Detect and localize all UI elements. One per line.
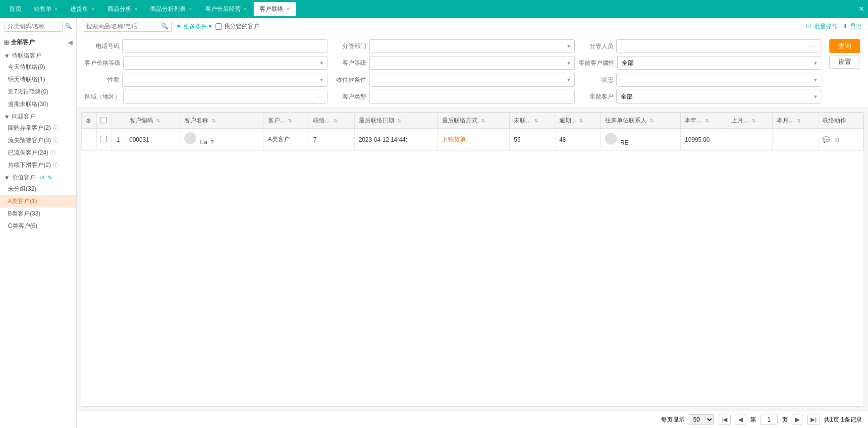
filter-retail-attr-select[interactable]: 全部 ▾ bbox=[617, 56, 821, 70]
th-last-method[interactable]: 最后联络方式 ⇅ bbox=[438, 113, 510, 129]
filter-price-level-select[interactable]: ▾ bbox=[123, 56, 327, 70]
filter-region-select[interactable]: ··· bbox=[123, 90, 327, 104]
td-action: 💬 ⊞ bbox=[818, 129, 863, 151]
th-no-contact[interactable]: 未联... ⇅ bbox=[510, 113, 555, 129]
sidebar-item-class-c[interactable]: C类客户(6) bbox=[0, 220, 76, 232]
settings-button[interactable]: 设置 bbox=[829, 55, 860, 69]
filter-customer-level-select[interactable]: ▾ bbox=[369, 56, 574, 70]
nav-tab-customer-contact[interactable]: 客户联络 × bbox=[254, 2, 295, 16]
th-last-month[interactable]: 上月... ⇅ bbox=[727, 113, 773, 129]
export-btn[interactable]: ⬆ 导出 bbox=[843, 22, 862, 31]
nav-tab-purchase[interactable]: 进货单 × bbox=[64, 2, 100, 16]
last-method-link[interactable]: 下销货单 bbox=[442, 136, 466, 143]
chat-icon[interactable]: 💬 bbox=[822, 136, 830, 143]
filter-nature-select[interactable]: ▾ bbox=[122, 73, 327, 87]
top-nav: 首页 销售单 × 进货单 × 商品分析 × 商品分析列表 × 客户分层经营 × … bbox=[0, 0, 868, 18]
more-action-icon[interactable]: ⊞ bbox=[834, 136, 839, 143]
filter-phone-input[interactable] bbox=[122, 39, 327, 53]
filter-dept-select[interactable]: ▾ bbox=[369, 39, 574, 53]
last-page-btn[interactable]: ▶| bbox=[807, 415, 820, 425]
filter-customer-level: 客户等级 ▾ bbox=[331, 56, 574, 70]
refresh-icon[interactable]: ↺ bbox=[40, 174, 45, 181]
th-level[interactable]: 客户... ⇅ bbox=[264, 113, 309, 129]
th-code[interactable]: 客户编码 ⇅ bbox=[125, 113, 180, 129]
sidebar-item-today[interactable]: 今天待联络(0) bbox=[0, 61, 76, 73]
th-checkbox bbox=[97, 113, 111, 129]
sidebar-item-lost[interactable]: 已流失客户(24) ⓘ bbox=[0, 147, 76, 159]
sidebar-search-icon[interactable]: 🔍 bbox=[65, 23, 72, 30]
next-page-btn[interactable]: ▶ bbox=[792, 415, 803, 425]
nav-home[interactable]: 首页 bbox=[4, 4, 27, 13]
nav-tab-sales[interactable]: 销售单 × bbox=[28, 2, 63, 16]
sidebar-item-overdue[interactable]: 逾期未联络(30) bbox=[0, 98, 76, 110]
sidebar-all-customers[interactable]: ⊞ 全部客户 ◀ bbox=[0, 35, 76, 50]
filter-payment-select[interactable]: ▾ bbox=[369, 73, 574, 87]
filter-customer-type-input[interactable] bbox=[369, 90, 574, 104]
table-row: 1 000031 Ea ？ A类客户 7 2023-04-12 14:44: 下… bbox=[82, 129, 864, 151]
info-icon-at-risk: ⓘ bbox=[53, 137, 58, 144]
sort-this-year: ⇅ bbox=[705, 118, 709, 123]
filter-person: 分管人员 ··· bbox=[579, 39, 821, 53]
batch-op-btn[interactable]: ☑ 批量操作 bbox=[806, 22, 837, 31]
per-page-select[interactable]: 50 10 20 100 bbox=[689, 414, 714, 425]
sidebar-item-7days[interactable]: 近7天待联络(0) bbox=[0, 86, 76, 98]
close-sales-tab[interactable]: × bbox=[54, 6, 57, 12]
th-name[interactable]: 客户名称 ⇅ bbox=[180, 113, 264, 129]
th-this-year[interactable]: 本年... ⇅ bbox=[681, 113, 727, 129]
close-analysis-list-tab[interactable]: × bbox=[189, 6, 192, 12]
page-number-input[interactable] bbox=[760, 415, 778, 425]
filter-region: 区域（地区） ··· bbox=[85, 90, 327, 104]
filter-row-4: 区域（地区） ··· 客户类型 零散客户 bbox=[85, 90, 821, 104]
td-last-method[interactable]: 下销货单 bbox=[438, 129, 510, 151]
th-contact-person[interactable]: 往来单位联系人 ⇅ bbox=[600, 113, 681, 129]
filter-dept-label: 分管部门 bbox=[331, 42, 366, 51]
td-level: A类客户 bbox=[264, 129, 309, 151]
filter-person-select[interactable]: ··· bbox=[616, 39, 821, 53]
my-customer-check[interactable] bbox=[216, 23, 222, 30]
more-filter-btn[interactable]: ▼ 更多条件 ▾ bbox=[176, 22, 212, 31]
sidebar-item-at-risk[interactable]: 流失预警客户(3) ⓘ bbox=[0, 134, 76, 147]
sidebar-item-declining[interactable]: 持续下滑客户(2) ⓘ bbox=[0, 159, 76, 171]
sidebar-search-input[interactable] bbox=[4, 21, 63, 32]
info-icon-abnormal: ⓘ bbox=[53, 124, 58, 132]
retail-chevron: ▾ bbox=[814, 93, 817, 100]
nav-tab-analysis-list[interactable]: 商品分析列表 × bbox=[144, 2, 198, 16]
sidebar-item-tomorrow[interactable]: 明天待联络(1) bbox=[0, 73, 76, 86]
close-customer-ops-tab[interactable]: × bbox=[244, 6, 247, 12]
sidebar-item-abnormal[interactable]: 回购异常客户(2) ⓘ bbox=[0, 122, 76, 134]
th-this-month[interactable]: 本月... ⇅ bbox=[773, 113, 818, 129]
td-code: 000031 bbox=[125, 129, 180, 151]
toolbar-search-input[interactable] bbox=[86, 23, 161, 30]
filter-status-select[interactable]: ▾ bbox=[616, 73, 821, 87]
filter-panel: 电话号码 分管部门 ▾ 分管人员 bbox=[77, 35, 868, 108]
my-customer-checkbox[interactable]: 我分管的客户 bbox=[216, 22, 260, 31]
close-customer-contact-tab[interactable]: × bbox=[286, 6, 289, 12]
nature-chevron: ▾ bbox=[320, 76, 323, 83]
filter-row-3: 性质 ▾ 收付款条件 ▾ bbox=[85, 73, 821, 87]
sidebar-item-class-b[interactable]: B类客户(33) bbox=[0, 208, 76, 220]
contact-person-avatar bbox=[605, 133, 617, 145]
select-all-checkbox[interactable] bbox=[101, 117, 107, 123]
close-analysis-tab[interactable]: × bbox=[134, 6, 137, 12]
th-last-date[interactable]: 最后联络日期 ⇅ bbox=[354, 113, 437, 129]
query-button[interactable]: 查询 bbox=[829, 39, 860, 53]
close-window-btn[interactable]: × bbox=[859, 4, 864, 14]
filter-phone-label: 电话号码 bbox=[85, 42, 119, 51]
close-purchase-tab[interactable]: × bbox=[91, 6, 94, 12]
first-page-btn[interactable]: |◀ bbox=[718, 415, 731, 425]
filter-retail-select[interactable]: 全部 ▾ bbox=[616, 90, 821, 104]
prev-page-btn[interactable]: ◀ bbox=[735, 415, 746, 425]
row-checkbox[interactable] bbox=[101, 136, 107, 142]
toolbar-search-icon[interactable]: 🔍 bbox=[161, 23, 168, 30]
sidebar-item-class-a[interactable]: A类客户(1) bbox=[0, 195, 76, 208]
th-contact-count[interactable]: 联络... ⇅ bbox=[309, 113, 355, 129]
nav-tab-customer-ops[interactable]: 客户分层经营 × bbox=[199, 2, 253, 16]
filter-retail-attr: 零散客户属性 全部 ▾ bbox=[579, 56, 821, 70]
th-gear[interactable]: ⚙ bbox=[82, 113, 97, 129]
price-chevron: ▾ bbox=[320, 59, 323, 66]
nav-tab-analysis[interactable]: 商品分析 × bbox=[102, 2, 143, 16]
edit-icon[interactable]: ✎ bbox=[48, 174, 53, 181]
sidebar-item-unclassified[interactable]: 未分组(32) bbox=[0, 183, 76, 195]
filter-row-1: 电话号码 分管部门 ▾ 分管人员 bbox=[85, 39, 821, 53]
th-overdue[interactable]: 逾期... ⇅ bbox=[555, 113, 600, 129]
